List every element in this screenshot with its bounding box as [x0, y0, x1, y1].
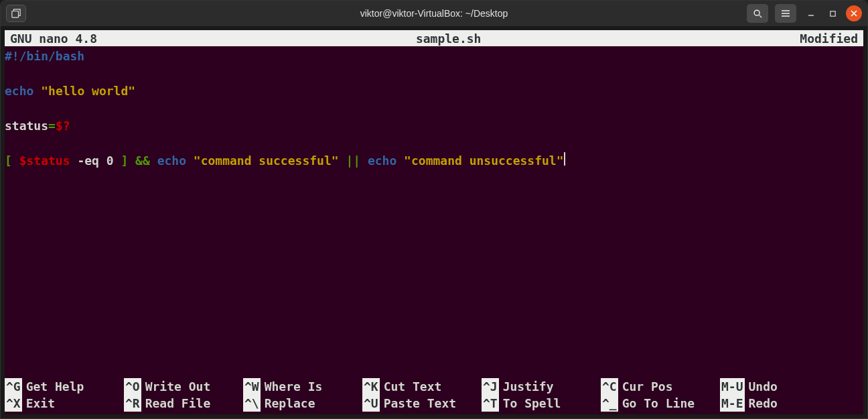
nano-status: Modified [800, 32, 858, 46]
minimize-button[interactable] [803, 5, 819, 21]
terminal-body[interactable]: GNU nano 4.8 sample.sh Modified #!/bin/b… [5, 30, 863, 414]
variable-name: status [5, 119, 48, 133]
nano-header: GNU nano 4.8 sample.sh Modified [5, 30, 863, 46]
shortcut-undo: M-UUndo [720, 378, 839, 395]
test-op: -eq [70, 154, 106, 168]
window-title: viktor@viktor-VirtualBox: ~/Desktop [360, 8, 508, 19]
close-button[interactable] [846, 5, 862, 21]
shortcut-exit: ^XExit [5, 395, 124, 412]
echo-keyword: echo [5, 84, 33, 98]
nano-shortcuts: ^GGet Help ^OWrite Out ^WWhere Is ^KCut … [5, 378, 863, 414]
echo-keyword: echo [157, 154, 186, 168]
footer-row-2: ^XExit ^RRead File ^\Replace ^UPaste Tex… [5, 395, 863, 412]
shortcut-readfile: ^RRead File [124, 395, 243, 412]
string-literal: "hello world" [41, 84, 135, 98]
shortcut-redo: M-ERedo [720, 395, 839, 412]
shortcut-writeout: ^OWrite Out [124, 378, 243, 395]
shortcut-replace: ^\Replace [243, 395, 362, 412]
and-op: && [128, 154, 157, 168]
nano-version: GNU nano 4.8 [10, 32, 97, 46]
window-titlebar: viktor@viktor-VirtualBox: ~/Desktop [1, 1, 867, 26]
test-open: [ [5, 154, 19, 168]
shortcut-curpos: ^CCur Pos [601, 378, 720, 395]
string-fail: "command unsuccessful" [396, 154, 563, 168]
zero-literal: 0 [106, 154, 114, 168]
shortcut-spell: ^TTo Spell [482, 395, 601, 412]
shortcut-goto: ^_Go To Line [601, 395, 720, 412]
shortcut-help: ^GGet Help [5, 378, 124, 395]
test-close: ] [114, 154, 129, 168]
new-tab-button[interactable] [6, 5, 26, 22]
status-variable: $status [19, 154, 70, 168]
string-success: "command successful" [186, 154, 339, 168]
search-button[interactable] [747, 4, 768, 23]
exit-status-var: $? [56, 119, 70, 133]
text-cursor [564, 152, 565, 166]
terminal-window: viktor@viktor-VirtualBox: ~/Desktop [0, 0, 868, 419]
shortcut-whereis: ^WWhere Is [243, 378, 362, 395]
editor-content[interactable]: #!/bin/bash echo "hello world" status=$?… [5, 46, 863, 378]
menu-button[interactable] [775, 4, 796, 23]
or-op: || [339, 154, 368, 168]
svg-point-1 [754, 10, 760, 15]
svg-rect-0 [12, 11, 19, 18]
assign-op: = [48, 119, 56, 133]
shortcut-cut: ^KCut Text [362, 378, 482, 395]
echo-keyword: echo [368, 154, 396, 168]
shortcut-justify: ^JJustify [482, 378, 601, 395]
maximize-button[interactable] [824, 5, 841, 21]
shebang-line: #!/bin/bash [5, 49, 84, 63]
footer-row-1: ^GGet Help ^OWrite Out ^WWhere Is ^KCut … [5, 378, 863, 395]
shortcut-paste: ^UPaste Text [362, 395, 482, 412]
nano-filename: sample.sh [97, 32, 800, 46]
svg-rect-2 [830, 11, 835, 15]
